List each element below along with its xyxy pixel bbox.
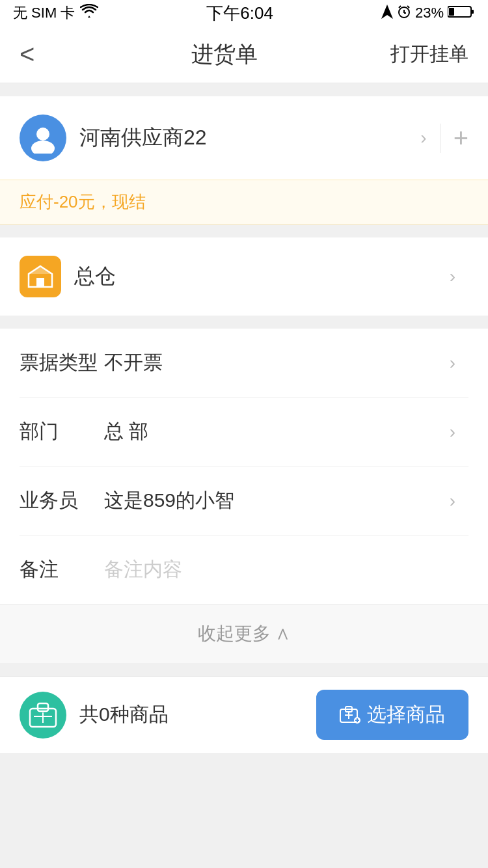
svg-marker-13 [29,266,52,274]
remark-input[interactable]: 备注内容 [104,556,468,583]
page-title: 进货单 [191,40,258,70]
open-pending-button[interactable]: 打开挂单 [390,41,468,68]
product-count: 共0种商品 [79,701,303,728]
product-icon [20,692,66,739]
warehouse-section[interactable]: 总仓 › [0,237,488,316]
notice-text: 应付-20元，现结 [20,192,146,211]
svg-point-10 [31,141,55,154]
collapse-label: 收起更多 ∧ [198,621,291,646]
salesman-arrow-icon: › [450,491,455,511]
add-supplier-button[interactable]: + [440,124,468,153]
location-icon [381,5,393,22]
invoice-row[interactable]: 票据类型 不开票 › [0,329,488,397]
svg-point-9 [36,128,49,141]
supplier-avatar [20,115,66,161]
svg-rect-12 [36,278,44,287]
invoice-arrow-icon: › [450,353,455,373]
supplier-name: 河南供应商22 [79,124,420,152]
invoice-label: 票据类型 [20,349,104,376]
svg-line-4 [399,6,401,8]
notice-bar: 应付-20元，现结 [0,180,488,224]
wifi-icon [80,4,98,22]
alarm-icon [397,5,411,22]
mid-divider1 [0,224,488,237]
back-button[interactable]: < [20,40,59,69]
supplier-arrow-icon: › [420,128,426,148]
supplier-section: 河南供应商22 › + 应付-20元，现结 [0,96,488,224]
warehouse-name: 总仓 [74,262,450,291]
dept-arrow-icon: › [450,422,455,442]
bottom-bar: 共0种商品 选择商品 [0,676,488,753]
collapse-row[interactable]: 收起更多 ∧ [0,604,488,663]
status-time: 下午6:04 [206,2,273,25]
remark-label: 备注 [20,556,104,583]
dept-label: 部门 [20,418,104,445]
status-carrier: 无 SIM 卡 [13,3,98,23]
gray-background [0,753,488,868]
mid-divider3 [0,663,488,676]
warehouse-icon [20,256,61,297]
warehouse-row[interactable]: 总仓 › [0,237,488,316]
select-product-button[interactable]: 选择商品 [316,690,468,740]
invoice-value: 不开票 [104,349,450,376]
salesman-label: 业务员 [20,487,104,514]
battery-icon [448,5,475,21]
mid-divider2 [0,316,488,329]
status-bar: 无 SIM 卡 下午6:04 23% [0,0,488,26]
svg-rect-7 [471,10,474,14]
select-btn-label: 选择商品 [367,701,445,728]
status-indicators: 23% [381,5,475,22]
carrier-text: 无 SIM 卡 [13,3,75,23]
salesman-value: 这是859的小智 [104,487,450,514]
svg-rect-15 [38,703,48,711]
svg-rect-8 [449,8,454,16]
warehouse-arrow-icon: › [450,266,455,287]
dept-row[interactable]: 部门 总 部 › [0,398,488,466]
svg-line-5 [407,6,409,8]
form-section: 票据类型 不开票 › 部门 总 部 › 业务员 这是859的小智 › 备注 备注… [0,329,488,663]
nav-bar: < 进货单 打开挂单 [0,26,488,83]
battery-percentage: 23% [415,5,444,21]
svg-marker-0 [381,5,393,19]
remark-row[interactable]: 备注 备注内容 [0,536,488,604]
supplier-row[interactable]: 河南供应商22 › + [0,96,488,180]
top-divider [0,83,488,96]
dept-value: 总 部 [104,418,450,445]
salesman-row[interactable]: 业务员 这是859的小智 › [0,467,488,535]
